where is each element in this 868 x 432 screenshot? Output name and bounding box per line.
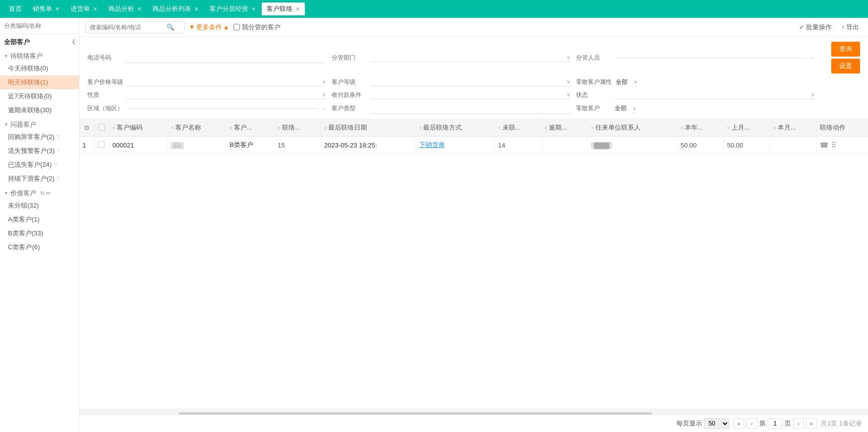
nav-product-analysis-list[interactable]: 商品分析列表 ✕ — [147, 2, 204, 15]
filter-cell-dept: 分管部门 ∨ — [332, 53, 576, 62]
th-sort-last-date — [324, 124, 329, 131]
sidebar-search-input[interactable] — [4, 22, 78, 29]
filter-select-retail-customer[interactable]: ∨ — [633, 104, 636, 113]
sidebar-item-repurchase-abnormal[interactable]: 回购异常客户(2) ? — [0, 130, 79, 144]
th-this-month: 本月... — [770, 119, 817, 137]
sidebar-item-churn-warning[interactable]: 流失预警客户(3) ? — [0, 144, 79, 158]
sidebar-item-7days-contact[interactable]: 近7天待联络(0) — [0, 89, 79, 103]
sidebar-item-churned[interactable]: 已流失客户(24) ? — [0, 158, 79, 172]
td-customer-level: B类客户 — [226, 137, 275, 154]
filter-cell-retail-customer: 零散客户 全部 ∨ — [576, 104, 820, 113]
sidebar-group-value-customers[interactable]: 价值客户 ↻ ✏ — [0, 186, 79, 199]
nav-close-product-analysis[interactable]: ✕ — [137, 6, 142, 12]
nav-product-analysis[interactable]: 商品分析 ✕ — [103, 2, 146, 15]
th-this-year: 本年... — [677, 119, 724, 137]
help-icon-declining: ? — [57, 176, 60, 182]
filter-select-price-level[interactable]: ∨ — [127, 77, 326, 86]
filter-cell-retail-attr: 零散客户属性 全部 ∨ — [576, 77, 820, 86]
filter-label-dept: 分管部门 — [332, 54, 366, 62]
next-page-btn[interactable]: › — [793, 418, 804, 429]
nav-customer-tiering[interactable]: 客户分层经营 ✕ — [205, 2, 261, 15]
filter-search-input[interactable] — [90, 24, 164, 31]
th-last-contact-date: 最后联络日期 — [321, 119, 416, 137]
filter-icon: ▼ — [189, 23, 195, 31]
td-last-month: 50.00 — [724, 137, 771, 154]
filter-select-dept[interactable]: ∨ — [370, 53, 570, 62]
sidebar-item-class-c[interactable]: C类客户(6) — [0, 240, 79, 254]
bulk-action-btn[interactable]: ✓ 批量操作 — [796, 21, 835, 33]
nav-close-customer-contact[interactable]: ✕ — [295, 6, 300, 12]
action-phone-icon[interactable]: ☎ — [820, 141, 828, 149]
prev-page-btn[interactable]: ‹ — [746, 418, 757, 429]
sidebar-item-class-a[interactable]: A类客户(1) — [0, 213, 79, 226]
td-uncontacted: 14 — [495, 137, 542, 154]
page-size-select[interactable]: 50 10 20 100 — [704, 418, 729, 429]
sidebar-item-class-b[interactable]: B类客户(33) — [0, 226, 79, 240]
last-page-btn[interactable]: » — [806, 418, 817, 429]
th-customer-name: 客户名称 — [168, 119, 226, 137]
th-settings[interactable]: ⚙ — [79, 119, 94, 137]
my-customers-checkbox[interactable] — [233, 24, 240, 30]
filter-more-person[interactable]: ··· — [810, 55, 814, 61]
filter-search-icon[interactable]: 🔍 — [166, 23, 174, 31]
sidebar-item-tomorrow-contact[interactable]: 明天待联络(1) — [0, 75, 79, 89]
sidebar-group-problem-customers[interactable]: 问题客户 — [0, 117, 79, 130]
help-icon-churn-warning: ? — [57, 148, 60, 154]
th-sort-last-month — [727, 124, 731, 131]
filter-cell-status: 状态 ∨ — [576, 90, 820, 99]
first-page-btn[interactable]: « — [733, 418, 744, 429]
nav-close-customer-tiering[interactable]: ✕ — [251, 6, 256, 12]
nav-close-sales-order[interactable]: ✕ — [55, 6, 60, 12]
th-customer-code: 客户编码 — [109, 119, 168, 137]
sidebar-item-today-contact[interactable]: 今天待联络(0) — [0, 62, 79, 75]
customer-name-masked: Ea — [171, 142, 183, 149]
chevron-retail-attr-icon: ∨ — [634, 79, 637, 84]
horizontal-scrollbar[interactable] — [79, 409, 868, 415]
nav-customer-contact[interactable]: 客户联络 ✕ — [262, 2, 305, 15]
filter-cell-payment: 收付款条件 ∨ — [332, 90, 576, 99]
filter-select-retail-attr[interactable]: ∨ — [634, 77, 637, 86]
sidebar-collapse-icon[interactable]: 《 — [69, 38, 75, 47]
filter-more-region[interactable]: ··· — [321, 106, 326, 112]
row-checkbox[interactable] — [98, 141, 105, 148]
td-this-year: 50.00 — [677, 137, 724, 154]
filter-label-nature: 性质 — [87, 91, 122, 99]
sidebar-item-declining[interactable]: 持续下滑客户(2) ? — [0, 172, 79, 186]
chevron-dept-icon: ∨ — [567, 55, 570, 60]
filter-select-nature[interactable]: ∨ — [126, 90, 326, 99]
page-input[interactable] — [768, 419, 783, 429]
page-label: 第 — [759, 419, 766, 428]
nav-sales-order[interactable]: 销售单 ✕ — [28, 2, 65, 15]
filter-person-input — [615, 58, 806, 58]
filter-select-customer-level[interactable]: ∨ — [370, 77, 570, 86]
page-suffix: 页 — [785, 419, 791, 428]
query-button[interactable]: 查询 — [831, 42, 860, 57]
filter-input-phone[interactable] — [126, 53, 326, 63]
export-btn[interactable]: ↑ 导出 — [839, 21, 863, 33]
nav-purchase-order[interactable]: 进货单 ✕ — [66, 2, 102, 15]
sidebar-all-customers-title[interactable]: 全部客户 《 — [0, 34, 79, 49]
filter-select-status[interactable]: ∨ — [615, 90, 814, 99]
header-checkbox[interactable] — [98, 124, 105, 131]
nav-home[interactable]: 首页 — [4, 2, 27, 15]
table-header-row: ⚙ 客户编码 客户名称 客户... — [79, 119, 868, 137]
th-sort-overdue — [545, 124, 549, 131]
sidebar-item-overdue-contact[interactable]: 逾期未联络(30) — [0, 103, 79, 117]
th-sort-level — [229, 124, 234, 131]
td-customer-name: Ea — [168, 137, 226, 154]
contact-type-link[interactable]: 下销货单 — [419, 141, 445, 148]
more-conditions-btn[interactable]: ▼ 更多条件 ▲ — [189, 23, 229, 32]
action-more-icon[interactable]: ⠿ — [831, 141, 836, 149]
sidebar-item-unclassified[interactable]: 未分组(32) — [0, 199, 79, 213]
td-overdue — [541, 137, 588, 154]
help-icon-churned: ? — [54, 162, 57, 168]
filter-label-status: 状态 — [576, 91, 611, 99]
content-area: 🔍 ▼ 更多条件 ▲ 我分管的客户 ✓ 批量操作 ↑ 导出 — [79, 18, 868, 432]
nav-close-purchase-order[interactable]: ✕ — [93, 6, 97, 12]
filter-select-payment[interactable]: ∨ — [370, 90, 570, 99]
setting-button[interactable]: 设置 — [831, 59, 860, 73]
nav-close-product-analysis-list[interactable]: ✕ — [194, 6, 199, 12]
td-unit-contact: ████ — [588, 137, 677, 154]
filter-input-customer-type[interactable] — [370, 103, 570, 114]
sidebar-group-pending-contact[interactable]: 待联络客户 — [0, 49, 79, 62]
